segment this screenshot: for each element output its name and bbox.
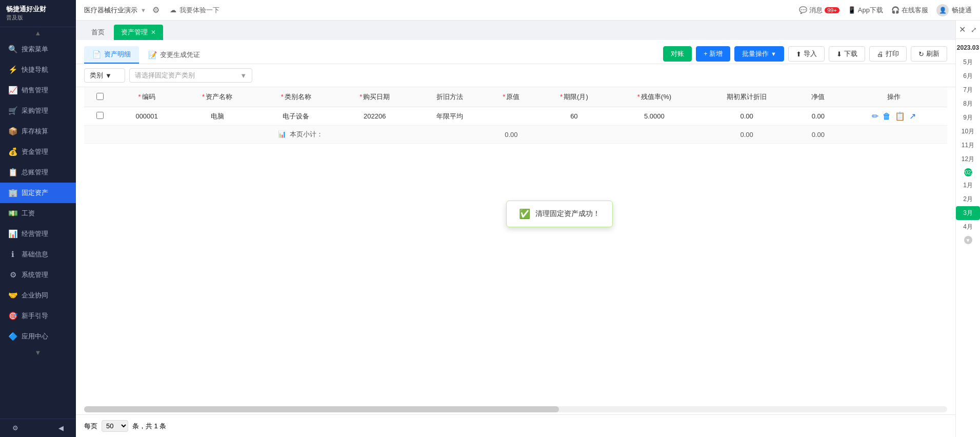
col-depreciation: 折旧方法 [414,87,486,107]
collapse-icon: ◀ [58,424,64,432]
cell-depreciation: 年限平均 [414,107,486,126]
expand-down-icon[interactable]: ▼ [964,236,972,244]
category-value-select[interactable]: 请选择固定资产类别 ▼ [129,68,252,83]
appstore-icon: 🔷 [8,332,17,341]
new-button[interactable]: + 新增 [696,46,730,62]
batch-ops-button[interactable]: 批量操作 ▼ [734,46,784,62]
topbar-experience[interactable]: ☁ 我要体验一下 [170,6,219,15]
month-4[interactable]: 4月 [956,220,980,234]
subtabs: 📄 资产明细 📝 变更生成凭证 对账 + 新增 批量操作 ▼ [76,40,955,64]
settings-icon: ⚙ [12,424,18,432]
message-btn[interactable]: 💬 消息 99+ [799,6,839,15]
subtotal-original: 0.00 [486,126,537,144]
sidebar-scroll-up[interactable]: ▲ [0,27,76,39]
col-initial-accumulated: 期初累计折旧 [697,87,796,107]
per-page-select[interactable]: 50 100 200 [102,420,128,432]
month-9[interactable]: 9月 [956,111,980,125]
toast-success-icon: ✅ [519,208,530,220]
app-download-btn[interactable]: 📱 App下载 [848,6,883,15]
month-8[interactable]: 8月 [956,97,980,111]
right-panel-close-icon[interactable]: ✕ [959,25,966,34]
scrollbar-thumb[interactable] [84,406,559,412]
quicknav-icon: ⚡ [8,65,17,74]
sidebar-item-search[interactable]: 🔍 搜索菜单 [0,39,76,59]
sidebar-item-purchase[interactable]: 🛒 采购管理 [0,101,76,121]
cell-net-value: 0.00 [796,107,840,126]
delete-icon[interactable]: 🗑 [883,112,891,121]
sidebar-item-funds[interactable]: 💰 资金管理 [0,142,76,162]
month-11[interactable]: 11月 [956,138,980,152]
per-page-label: 每页 [84,422,97,431]
row-checkbox[interactable] [96,112,104,119]
payroll-icon: 💵 [8,209,17,218]
select-all-checkbox[interactable] [96,93,104,100]
sidebar-item-fixed-assets[interactable]: 🏢 固定资产 [0,183,76,203]
topbar-settings-icon[interactable]: ⚙ [152,5,159,15]
month-5[interactable]: 5月 [956,55,980,69]
app-name: 畅捷通好业财 [6,5,46,14]
guide-icon: 🎯 [8,311,17,321]
year-2023-badge[interactable]: 2023 [964,168,972,176]
sidebar-item-collab[interactable]: 🤝 企业协同 [0,285,76,306]
sidebar-settings[interactable]: ⚙ [4,419,27,437]
main-content: 医疗器械行业演示 ▼ ⚙ ☁ 我要体验一下 💬 消息 99+ 📱 App下载 🎧… [76,0,980,437]
app-logo: 畅捷通好业财 普及版 [0,0,76,27]
import-button[interactable]: ⬆ 导入 [788,46,825,62]
import-icon: ⬆ [796,50,802,58]
more-icon[interactable]: ↗ [909,111,916,121]
user-menu[interactable]: 👤 畅捷通 [936,4,972,16]
sidebar-collapse[interactable]: ◀ [50,419,72,437]
sidebar-item-basic-info[interactable]: ℹ 基础信息 [0,244,76,265]
management-icon: 📊 [8,229,17,239]
right-panel-header: ✕ ⤢ [956,21,980,39]
sidebar-item-system[interactable]: ⚙ 系统管理 [0,265,76,285]
collab-icon: 🤝 [8,291,17,300]
month-1[interactable]: 1月 [956,178,980,192]
company-selector[interactable]: 医疗器械行业演示 ▼ [84,6,146,15]
sidebar-item-ledger[interactable]: 📋 总账管理 [0,162,76,183]
copy-icon[interactable]: 📋 [895,111,905,121]
sidebar-scroll-down[interactable]: ▼ [0,347,76,359]
online-service-btn[interactable]: 🎧 在线客服 [891,6,928,15]
col-residual-rate: *残值率(%) [611,87,697,107]
tab-asset-management[interactable]: 资产管理 ✕ [114,25,163,40]
sidebar-item-quicknav[interactable]: ⚡ 快捷导航 [0,59,76,80]
action-icons: ✏ 🗑 📋 ↗ [844,111,943,121]
horizontal-scrollbar[interactable] [84,406,947,412]
month-2[interactable]: 2月 [956,192,980,206]
purchase-icon: 🛒 [8,106,17,115]
cell-original-value [486,107,537,126]
right-panel-expand-icon[interactable]: ⤢ [971,26,977,34]
sidebar: 畅捷通好业财 普及版 ▲ 🔍 搜索菜单 ⚡ 快捷导航 📈 销售管理 🛒 采购管理… [0,0,76,437]
edit-icon[interactable]: ✏ [872,111,878,121]
fixed-assets-icon: 🏢 [8,188,17,197]
asset-detail-icon: 📄 [92,50,101,58]
tab-home[interactable]: 首页 [84,25,112,40]
sidebar-item-inventory[interactable]: 📦 库存核算 [0,121,76,142]
inventory-icon: 📦 [8,127,17,136]
sidebar-item-management[interactable]: 📊 经营管理 [0,224,76,244]
col-code: *编码 [115,87,178,107]
category-type-select[interactable]: 类别 ▼ [84,68,125,83]
sidebar-item-guide[interactable]: 🎯 新手引导 [0,306,76,326]
month-6[interactable]: 6月 [956,69,980,83]
year-label: 2023.03 [954,42,980,53]
month-3-current[interactable]: 3月 [956,206,980,220]
print-button[interactable]: 🖨 打印 [869,46,907,62]
sidebar-item-appstore[interactable]: 🔷 应用中心 [0,326,76,347]
sidebar-item-payroll[interactable]: 💵 工资 [0,203,76,224]
reconcile-button[interactable]: 对账 [663,46,692,62]
subtotal-row: 📊 本页小计： 0.00 0.00 0.00 [84,126,947,144]
refresh-button[interactable]: ↻ 刷新 [911,46,947,62]
avatar: 👤 [936,4,949,16]
month-7[interactable]: 7月 [956,83,980,97]
month-10[interactable]: 10月 [956,125,980,138]
tab-close-icon[interactable]: ✕ [151,29,156,36]
sidebar-item-sales[interactable]: 📈 销售管理 [0,80,76,101]
month-12[interactable]: 12月 [956,152,980,166]
subtab-change-voucher[interactable]: 📝 变更生成凭证 [140,46,208,64]
subtab-asset-detail[interactable]: 📄 资产明细 [84,46,139,64]
asset-table: *编码 *资产名称 *类别名称 *购买日期 折旧方法 *原值 *期限(月) *残… [84,87,947,144]
download-button[interactable]: ⬇ 下载 [829,46,865,62]
col-period: *期限(月) [537,87,611,107]
